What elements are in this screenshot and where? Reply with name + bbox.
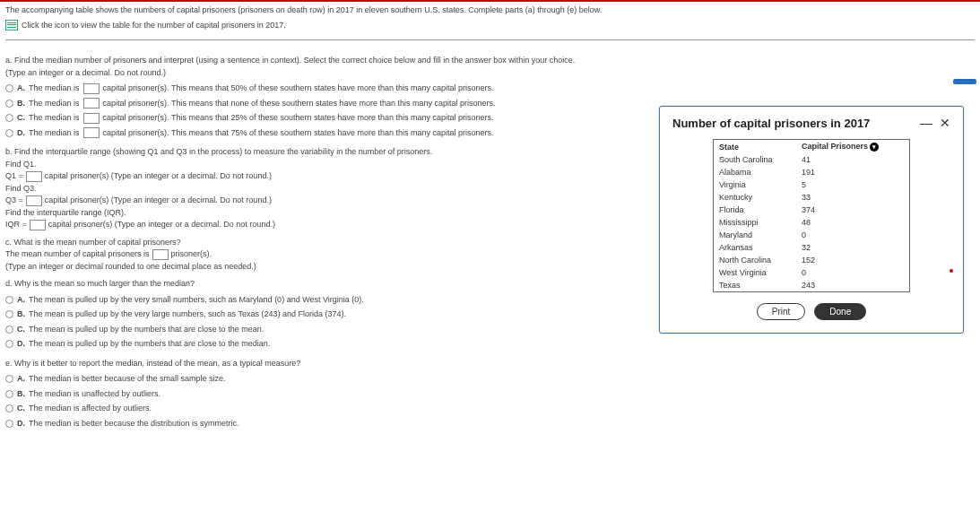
cell-state: Arkansas bbox=[714, 241, 796, 254]
table-row: Arkansas32 bbox=[714, 241, 910, 254]
sort-icon[interactable]: ▾ bbox=[870, 143, 879, 152]
q3-input[interactable] bbox=[26, 195, 42, 206]
letter: C. bbox=[17, 403, 25, 415]
cell-value: 152 bbox=[796, 254, 910, 266]
letter: C. bbox=[17, 324, 25, 336]
part-a-prompt: a. Find the median number of prisoners a… bbox=[5, 55, 975, 67]
choice-text: capital prisoner(s). This means that 25%… bbox=[103, 112, 494, 125]
radio-a-D[interactable] bbox=[5, 129, 13, 137]
radio-e-B[interactable] bbox=[5, 390, 13, 398]
choice-text: The median is bbox=[29, 82, 80, 95]
radio-e-C[interactable] bbox=[5, 404, 13, 412]
q1-post: capital prisoner(s) (Type an integer or … bbox=[45, 170, 272, 183]
letter: A. bbox=[17, 373, 25, 386]
letter: D. bbox=[17, 418, 25, 430]
table-row: Mississippi48 bbox=[714, 216, 910, 229]
data-table: State Capital Prisoners▾ South Carolina4… bbox=[713, 139, 910, 292]
table-row: Texas243 bbox=[714, 279, 910, 292]
cell-value: 191 bbox=[796, 166, 910, 178]
choice-text: The mean is pulled up by the very small … bbox=[29, 294, 364, 307]
cell-value: 33 bbox=[796, 191, 910, 204]
cell-value: 243 bbox=[796, 279, 910, 292]
col-header-value[interactable]: Capital Prisoners▾ bbox=[796, 140, 910, 154]
table-row: Maryland0 bbox=[714, 229, 910, 241]
radio-d-A[interactable] bbox=[5, 296, 13, 304]
mean-input[interactable] bbox=[152, 249, 169, 260]
cell-value: 48 bbox=[796, 216, 910, 229]
choice-text: capital prisoner(s). This means that 50%… bbox=[103, 82, 494, 95]
cell-state: North Carolina bbox=[714, 254, 796, 266]
table-icon[interactable] bbox=[5, 20, 18, 30]
part-e-prompt: e. Why is it better to report the median… bbox=[5, 358, 975, 370]
data-table-popup: Number of capital prisoners in 2017 — ✕ … bbox=[659, 106, 964, 334]
table-row: North Carolina152 bbox=[714, 254, 910, 266]
mean-pre: The mean number of capital prisoners is bbox=[5, 248, 150, 261]
table-row: Florida374 bbox=[714, 204, 910, 216]
cell-value: 0 bbox=[796, 266, 910, 279]
cell-state: Mississippi bbox=[714, 216, 796, 229]
radio-d-B[interactable] bbox=[5, 310, 13, 318]
letter: A. bbox=[17, 82, 25, 95]
table-row: Kentucky33 bbox=[714, 191, 910, 204]
scrollbar-thumb[interactable] bbox=[953, 79, 976, 84]
choice-text: The median is bbox=[29, 112, 80, 125]
choice-text: capital prisoner(s). This means that non… bbox=[103, 98, 496, 110]
answer-box-a-D[interactable] bbox=[83, 127, 100, 138]
cell-value: 374 bbox=[796, 204, 910, 216]
minimize-icon[interactable]: — bbox=[920, 116, 932, 130]
letter: C. bbox=[17, 112, 25, 125]
cell-state: Virginia bbox=[714, 178, 796, 191]
radio-a-B[interactable] bbox=[5, 100, 13, 108]
iqr-post: capital prisoner(s) (Type an integer or … bbox=[48, 219, 275, 231]
iqr-label: IQR = bbox=[5, 219, 27, 231]
cell-state: Alabama bbox=[714, 166, 796, 178]
answer-box-a-A[interactable] bbox=[83, 83, 100, 94]
cell-state: Maryland bbox=[714, 229, 796, 241]
divider bbox=[5, 39, 975, 40]
choice-text: The median is bbox=[29, 127, 80, 140]
mean-post: prisoner(s). bbox=[171, 248, 212, 261]
choice-text: capital prisoner(s). This means that 75%… bbox=[103, 127, 494, 140]
popup-title: Number of capital prisoners in 2017 bbox=[672, 117, 870, 130]
part-a-hint: (Type an integer or a decimal. Do not ro… bbox=[5, 67, 975, 80]
table-row: South Carolina41 bbox=[714, 153, 910, 166]
answer-box-a-C[interactable] bbox=[83, 113, 100, 124]
close-icon[interactable]: ✕ bbox=[940, 116, 950, 130]
marker-dot bbox=[950, 269, 953, 273]
col-header-state[interactable]: State bbox=[714, 140, 796, 154]
print-button[interactable]: Print bbox=[757, 303, 806, 320]
cell-value: 41 bbox=[796, 153, 910, 166]
choice-text: The median is bbox=[29, 98, 80, 110]
radio-a-A[interactable] bbox=[5, 84, 13, 92]
iqr-input[interactable] bbox=[30, 220, 46, 230]
cell-state: West Virginia bbox=[714, 266, 796, 279]
choice-text: The median is affected by outliers. bbox=[29, 403, 152, 415]
cell-value: 32 bbox=[796, 241, 910, 254]
cell-value: 0 bbox=[796, 229, 910, 241]
cell-state: South Carolina bbox=[714, 153, 796, 166]
table-row: Alabama191 bbox=[714, 166, 910, 178]
q1-input[interactable] bbox=[26, 171, 42, 182]
cell-state: Kentucky bbox=[714, 191, 796, 204]
choice-text: The mean is pulled up by the very large … bbox=[29, 308, 346, 321]
cell-value: 5 bbox=[796, 178, 910, 191]
table-row: Virginia5 bbox=[714, 178, 910, 191]
icon-caption: Click the icon to view the table for the… bbox=[22, 21, 286, 30]
radio-e-A[interactable] bbox=[5, 375, 13, 383]
cell-state: Texas bbox=[714, 279, 796, 292]
letter: B. bbox=[17, 308, 25, 321]
choice-text: The median is unaffected by outliers. bbox=[29, 388, 160, 401]
radio-d-D[interactable] bbox=[5, 340, 13, 348]
radio-a-C[interactable] bbox=[5, 114, 13, 122]
q3-post: capital prisoner(s) (Type an integer or … bbox=[45, 195, 272, 207]
done-button[interactable]: Done bbox=[814, 303, 866, 320]
letter: D. bbox=[17, 338, 25, 351]
answer-box-a-B[interactable] bbox=[83, 98, 100, 109]
q3-label: Q3 = bbox=[5, 195, 23, 207]
cell-state: Florida bbox=[714, 204, 796, 216]
q1-label: Q1 = bbox=[5, 170, 23, 183]
choice-text: The median is better because of the smal… bbox=[29, 373, 226, 386]
radio-e-D[interactable] bbox=[5, 420, 13, 428]
letter: B. bbox=[17, 388, 25, 401]
radio-d-C[interactable] bbox=[5, 326, 13, 334]
